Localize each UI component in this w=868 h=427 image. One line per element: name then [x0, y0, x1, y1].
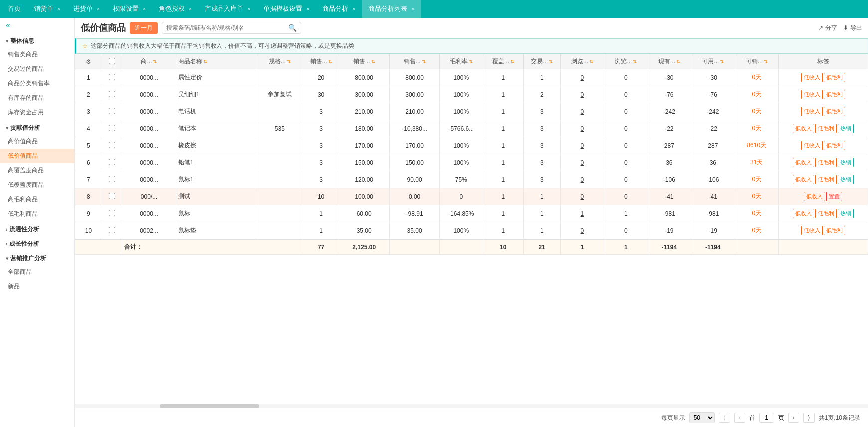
sidebar-group-overall[interactable]: ▾ 整体信息: [0, 33, 74, 47]
row-code: 0002...: [122, 222, 176, 240]
sidebar-item-sales-goods[interactable]: 销售类商品: [0, 47, 74, 62]
row-num: 5: [75, 137, 102, 154]
close-icon[interactable]: ×: [57, 6, 60, 12]
browse-link[interactable]: 0: [581, 125, 584, 132]
first-page-button[interactable]: ⟨: [719, 413, 730, 423]
row-checkbox[interactable]: [109, 176, 115, 182]
th-current[interactable]: 现有...⇅: [648, 54, 691, 69]
browse-link[interactable]: 0: [581, 142, 584, 149]
row-checkbox[interactable]: [109, 227, 115, 233]
row-checkbox[interactable]: [109, 108, 115, 114]
row-checkbox[interactable]: [109, 193, 115, 199]
row-saleable: 0天: [735, 120, 778, 137]
nav-product-analysis-list[interactable]: 商品分析列表 ×: [362, 0, 420, 18]
gear-icon[interactable]: ⚙: [86, 58, 91, 65]
share-button[interactable]: ↗ 分享: [818, 24, 837, 32]
close-icon[interactable]: ×: [352, 6, 355, 12]
page-size-select[interactable]: 50 100 200: [689, 412, 715, 423]
next-page-button[interactable]: ›: [788, 413, 799, 423]
sidebar-item-high-margin[interactable]: 高毛利商品: [0, 192, 74, 207]
th-sale-amount[interactable]: 销售...⇅: [389, 54, 439, 69]
search-input[interactable]: [166, 24, 286, 31]
browse-link[interactable]: 0: [581, 108, 584, 115]
nav-product-in[interactable]: 产成品入库单 ×: [199, 0, 256, 18]
th-avail[interactable]: 可用...⇅: [691, 54, 735, 69]
nav-purchase[interactable]: 进货单 ×: [67, 0, 106, 18]
th-saleable[interactable]: 可销...⇅: [735, 54, 778, 69]
sidebar-item-new-goods[interactable]: 新品: [0, 279, 74, 294]
sidebar-item-category-sales[interactable]: 商品分类销售率: [0, 76, 74, 91]
row-trade: 3: [523, 154, 560, 171]
th-margin[interactable]: 毛利率⇅: [439, 54, 483, 69]
th-sale-price[interactable]: 销售...⇅: [339, 54, 389, 69]
pagination-bar: 每页显示 50 100 200 ⟨ ‹ 首 页 › ⟩ 共1页,10条记录: [75, 408, 868, 427]
sidebar-group-liquidity[interactable]: › 流通性分析: [0, 221, 74, 236]
nav-template[interactable]: 单据模板设置 ×: [257, 0, 315, 18]
page-number-input[interactable]: [759, 413, 774, 423]
row-sale-amount: 170.00: [389, 137, 439, 154]
nav-permissions[interactable]: 权限设置 ×: [107, 0, 152, 18]
close-icon[interactable]: ×: [189, 6, 192, 12]
browse-link[interactable]: 0: [581, 74, 584, 81]
sidebar-item-high-value[interactable]: 高价值商品: [0, 134, 74, 149]
sidebar-collapse-btn[interactable]: «: [2, 20, 14, 31]
sidebar-group-contribution[interactable]: ▾ 贡献值分析: [0, 120, 74, 134]
browse-link[interactable]: 1: [581, 210, 584, 217]
close-icon[interactable]: ×: [306, 6, 309, 12]
browse-link[interactable]: 0: [581, 227, 584, 234]
th-gear[interactable]: ⚙: [75, 54, 102, 69]
row-trade: 1: [523, 205, 560, 222]
row-tags: 低收入低毛利热销: [778, 171, 868, 188]
select-all-checkbox[interactable]: [109, 58, 115, 64]
sort-icon: ⇅: [203, 59, 207, 64]
row-tags: 低收入置置: [778, 188, 868, 205]
sidebar-item-stock-capital[interactable]: 库存资金占用: [0, 105, 74, 120]
prev-page-button[interactable]: ‹: [734, 413, 745, 423]
browse-link[interactable]: 0: [581, 176, 584, 183]
sidebar-item-all-goods[interactable]: 全部商品: [0, 265, 74, 279]
close-icon[interactable]: ×: [411, 6, 414, 12]
nav-roles[interactable]: 角色授权 ×: [153, 0, 198, 18]
sidebar-group-marketing[interactable]: ▾ 营销推广分析: [0, 250, 74, 265]
search-icon[interactable]: 🔍: [288, 24, 297, 32]
sidebar-item-low-value[interactable]: 低价值商品: [0, 149, 74, 163]
row-checkbox[interactable]: [109, 142, 115, 148]
th-sale-qty[interactable]: 销售...⇅: [303, 54, 339, 69]
th-trade[interactable]: 交易...⇅: [523, 54, 560, 69]
sidebar-item-low-margin[interactable]: 低毛利商品: [0, 207, 74, 221]
sidebar-item-low-coverage[interactable]: 低覆盖度商品: [0, 178, 74, 192]
row-checkbox[interactable]: [109, 74, 115, 80]
last-page-button[interactable]: ⟩: [803, 413, 815, 423]
th-cover[interactable]: 覆盖...⇅: [483, 54, 524, 69]
close-icon[interactable]: ×: [247, 6, 250, 12]
th-browse1[interactable]: 浏览...⇅: [560, 54, 604, 69]
row-current: -30: [648, 69, 691, 86]
th-spec[interactable]: 规格...⇅: [256, 54, 303, 69]
table-body: 1 0000... 属性定价 20 800.00 800.00 100% 1 1…: [75, 69, 868, 240]
row-checkbox[interactable]: [109, 91, 115, 97]
sidebar-group-growth[interactable]: › 成长性分析: [0, 236, 74, 250]
th-code[interactable]: 商...⇅: [122, 54, 176, 69]
row-checkbox[interactable]: [109, 125, 115, 131]
horizontal-scrollbar[interactable]: [75, 404, 868, 408]
row-avail: -106: [691, 171, 735, 188]
export-button[interactable]: ⬇ 导出: [843, 24, 862, 32]
filter-button[interactable]: 近一月: [130, 22, 158, 34]
nav-home[interactable]: 首页: [2, 0, 27, 18]
row-checkbox[interactable]: [109, 210, 115, 216]
sidebar-item-traded-goods[interactable]: 交易过的商品: [0, 62, 74, 76]
tag-badge: 低收入: [801, 226, 823, 235]
browse-link[interactable]: 0: [581, 91, 584, 98]
th-name[interactable]: 商品名称⇅: [176, 54, 256, 69]
row-spec: [256, 103, 303, 120]
row-checkbox[interactable]: [109, 159, 115, 165]
sidebar-item-high-coverage[interactable]: 高覆盖度商品: [0, 163, 74, 178]
close-icon[interactable]: ×: [97, 6, 100, 12]
browse-link[interactable]: 0: [581, 159, 584, 166]
close-icon[interactable]: ×: [143, 6, 146, 12]
browse-link[interactable]: 0: [581, 193, 584, 200]
sidebar-item-stock-goods[interactable]: 有库存的商品: [0, 91, 74, 105]
nav-product-analysis[interactable]: 商品分析 ×: [316, 0, 361, 18]
nav-sales[interactable]: 销货单 ×: [28, 0, 66, 18]
th-browse2[interactable]: 浏览...⇅: [604, 54, 648, 69]
